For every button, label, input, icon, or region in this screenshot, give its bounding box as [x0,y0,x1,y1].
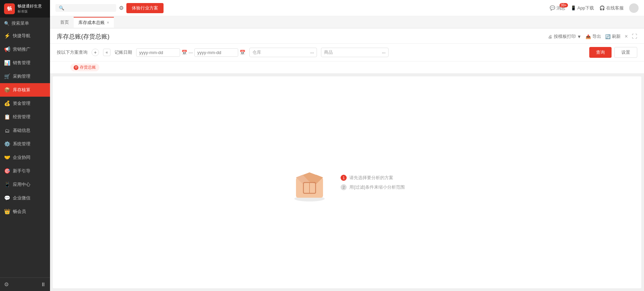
topbar: 🔍 ⚙ 体验行业方案 💬 消息 99+ 📱 App下载 🎧 在线客服 [50,0,644,16]
hint-text-1: 请先选择要分析的方案 [349,175,393,181]
sidebar-logo: 畅 畅捷通好生意 标准版 [0,0,50,18]
collapse-icon[interactable]: ⏸ [41,282,46,288]
calendar-end-icon[interactable]: 📅 [240,50,245,55]
hint-num-1: 1 [341,175,347,181]
scheme-chip[interactable]: 存 存货总账 [70,64,99,71]
system-icon: ⚙️ [4,141,10,147]
empty-illustration [289,162,330,203]
sidebar-item-enterprise[interactable]: 🤝 企业协同 [0,151,50,164]
sidebar-nav: ⚡ 快捷导航 📢 营销推广 📊 销售管理 🛒 采购管理 📦 库存核算 💰 资金管… [0,29,50,277]
sidebar-item-label: 库存核算 [13,87,30,93]
sidebar-item-label: 企业微信 [13,195,30,201]
tab-close-button[interactable]: × [107,20,109,25]
sidebar-item-basic[interactable]: 🗂 基础信息 [0,124,50,137]
hint-item-2: 2 用[过滤]条件来缩小分析范围 [341,184,404,190]
tab-inventory-ledger[interactable]: 库存成本总账 × [74,17,114,28]
sidebar-item-label: 营销推广 [13,46,30,52]
query-button[interactable]: 查询 [589,47,612,58]
warehouse-select[interactable]: 仓库 ··· [249,48,317,57]
tabbar: 首页 库存成本总账 × [50,16,644,28]
sidebar-item-wechat[interactable]: 💬 企业微信 [0,191,50,205]
app-download-button[interactable]: 📱 App下载 [571,5,594,11]
export-button[interactable]: 📤 导出 [586,33,601,40]
topbar-left: 🔍 ⚙ 体验行业方案 [55,3,546,13]
topbar-right: 💬 消息 99+ 📱 App下载 🎧 在线客服 [550,3,639,13]
scheme-chip-icon: 存 [74,65,78,70]
sidebar-item-marketing[interactable]: 📢 营销推广 [0,43,50,56]
sidebar-item-purchase[interactable]: 🛒 采购管理 [0,70,50,83]
date-end-input[interactable] [194,48,238,57]
filter-scheme-row: 存 存货总账 [50,62,644,74]
app-version: 标准版 [18,9,42,14]
tab-home[interactable]: 首页 [55,17,74,27]
industry-solution-button[interactable]: 体验行业方案 [126,3,164,13]
message-button[interactable]: 💬 消息 99+ [550,5,565,11]
capital-icon: 💰 [4,100,10,106]
shortcut-icon: ⚡ [4,33,10,39]
print-icon: 🖨 [548,34,552,39]
sidebar-item-label: 新手引导 [13,168,30,174]
main-content: 🔍 ⚙ 体验行业方案 💬 消息 99+ 📱 App下载 🎧 在线客服 [50,0,644,291]
sidebar-item-operation[interactable]: 📋 经营管理 [0,110,50,124]
refresh-button[interactable]: 🔄 刷新 [605,33,621,40]
sidebar-item-label: 快捷导航 [13,33,30,39]
inventory-icon: 📦 [4,87,10,93]
page-title: 库存总账(存货总账) [57,32,109,41]
calendar-start-icon[interactable]: 📅 [181,50,187,55]
filter-date-group: 📅 — 📅 [136,48,245,57]
sidebar-item-sales[interactable]: 📊 销售管理 [0,56,50,70]
sidebar-item-label: 经营管理 [13,114,30,120]
filter-bar: 按以下方案查询 + « 记账日期 📅 — 📅 仓库 ··· 商品 ··· 查询 [50,44,644,62]
page-header: 库存总账(存货总账) 🖨 按模板打印 ▼ 📤 导出 🔄 刷新 × ⛶ [50,28,644,44]
online-service-label: 在线客服 [606,5,624,11]
logo-text-block: 畅捷通好生意 标准版 [18,4,42,14]
guide-icon: 🎯 [4,168,10,174]
page-header-actions: 🖨 按模板打印 ▼ 📤 导出 🔄 刷新 × ⛶ [548,33,637,40]
refresh-label: 刷新 [612,33,621,40]
search-icon: 🔍 [4,21,9,26]
filter-add-button[interactable]: + [92,49,99,56]
hint-item-1: 1 请先选择要分析的方案 [341,175,404,181]
sidebar-item-capital[interactable]: 💰 资金管理 [0,97,50,110]
user-avatar[interactable] [629,3,639,13]
member-icon: 👑 [4,209,10,215]
marketing-icon: 📢 [4,46,10,52]
print-button[interactable]: 🖨 按模板打印 ▼ [548,33,581,40]
online-service-button[interactable]: 🎧 在线客服 [599,5,624,11]
export-icon: 📤 [586,34,591,39]
page-container: 库存总账(存货总账) 🖨 按模板打印 ▼ 📤 导出 🔄 刷新 × ⛶ [50,28,644,291]
page-close-button[interactable]: × [625,33,628,40]
search-menu-label: 搜索菜单 [11,20,29,26]
filter-label: 按以下方案查询 [57,49,88,55]
empty-hints: 1 请先选择要分析的方案 2 用[过滤]条件来缩小分析范围 [341,175,404,190]
date-start-input[interactable] [136,48,180,57]
sidebar-item-system[interactable]: ⚙️ 系统管理 [0,137,50,151]
sidebar-item-guide[interactable]: 🎯 新手引导 [0,164,50,178]
sidebar-item-app-center[interactable]: 📱 应用中心 [0,178,50,191]
setting-button[interactable]: 设置 [614,47,637,58]
settings-icon[interactable]: ⚙ [4,281,9,288]
sidebar-item-label: 采购管理 [13,73,30,79]
sidebar-item-member[interactable]: 👑 畅会员 [0,205,50,218]
date-separator: — [189,50,193,55]
hint-text-2: 用[过滤]条件来缩小分析范围 [349,184,404,190]
print-dropdown-icon: ▼ [577,34,581,39]
empty-area: 1 请先选择要分析的方案 2 用[过滤]条件来缩小分析范围 [53,76,641,288]
topbar-search-icon: 🔍 [59,5,64,10]
page-expand-button[interactable]: ⛶ [632,33,637,40]
sidebar-item-label: 资金管理 [13,100,30,106]
active-tab-label: 库存成本总账 [78,20,105,26]
sidebar-item-label: 基础信息 [13,127,30,134]
filter-collapse-button[interactable]: « [103,49,110,56]
sidebar-item-shortcut[interactable]: ⚡ 快捷导航 [0,29,50,43]
sidebar-search[interactable]: 🔍 搜索菜单 [0,18,50,29]
app-download-label: App下载 [577,5,594,11]
sidebar-item-inventory[interactable]: 📦 库存核算 [0,83,50,97]
warehouse-more-icon: ··· [310,50,314,55]
topbar-search-area[interactable]: 🔍 [55,4,116,12]
product-select[interactable]: 商品 ··· [321,48,389,57]
empty-content: 1 请先选择要分析的方案 2 用[过滤]条件来缩小分析范围 [289,162,404,203]
sidebar-item-label: 畅会员 [13,209,26,215]
topbar-gear-button[interactable]: ⚙ [119,5,124,11]
date-label: 记账日期 [115,49,132,55]
